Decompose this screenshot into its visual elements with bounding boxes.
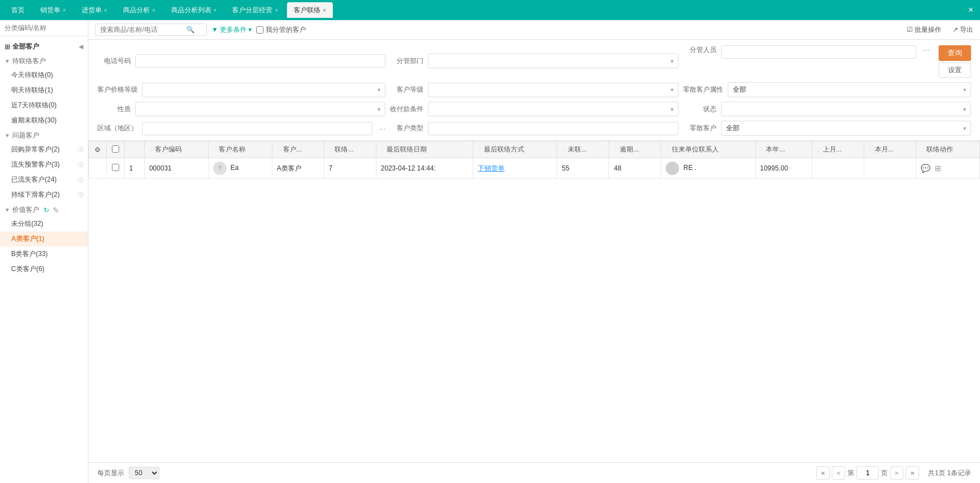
sidebar-search-input[interactable] (4, 24, 88, 32)
collapse-icon[interactable]: ◀ (79, 44, 83, 50)
sidebar-item-tomorrow-label: 明天待联络(1) (11, 86, 53, 95)
th-this-year[interactable]: : 本年... (755, 141, 812, 158)
tab-sales-close[interactable]: × (63, 7, 66, 13)
th-last-contact-date[interactable]: : 最后联络日期 (376, 141, 473, 158)
select-retail-customer[interactable]: 全部 ▾ (721, 121, 971, 136)
select-retail-attr[interactable]: 全部 ▾ (728, 82, 971, 97)
sidebar-item-ungrouped[interactable]: 未分组(32) (0, 216, 88, 231)
td-no-contact: 55 (557, 158, 609, 179)
tab-customer-tier[interactable]: 客户分层经营 × (225, 2, 285, 18)
first-page-button[interactable]: « (816, 466, 830, 480)
tab-customer-contact-close[interactable]: × (323, 7, 326, 13)
th-overdue[interactable]: : 逾期... (609, 141, 661, 158)
th-settings[interactable]: ⚙ (89, 141, 107, 158)
th-contact[interactable]: : 联络... (324, 141, 376, 158)
sidebar-item-tomorrow-contact[interactable]: 明天待联络(1) (0, 83, 88, 98)
row-checkbox[interactable] (112, 164, 119, 171)
th-type[interactable]: : 客户... (272, 141, 324, 158)
tab-goods-list[interactable]: 商品分析列表 × (164, 2, 224, 18)
td-last-method[interactable]: 下销货单 (473, 158, 557, 179)
group-pending-contact[interactable]: ▼ 待联络客户 (0, 54, 88, 68)
dots-region[interactable]: ··· (379, 124, 386, 133)
filter-search-icon[interactable]: 🔍 (186, 26, 195, 34)
th-this-month[interactable]: : 本月... (864, 141, 916, 158)
grid-action-icon[interactable]: ⊞ (935, 164, 941, 173)
tab-goods-analysis-close[interactable]: × (152, 7, 156, 13)
chevron-price: ▾ (378, 87, 380, 93)
th-name[interactable]: : 客户名称 (208, 141, 272, 158)
tab-purchase-close[interactable]: × (104, 7, 107, 13)
tab-customer-contact[interactable]: 客户联络 × (287, 2, 333, 18)
last-method-link[interactable]: 下销货单 (478, 164, 505, 172)
page-label: 第 (847, 468, 854, 478)
select-customer-level[interactable]: ▾ (428, 83, 678, 97)
sidebar-item-b-class[interactable]: B类客户(33) (0, 247, 88, 262)
sidebar-item-7days-contact[interactable]: 近7天待联络(0) (0, 98, 88, 113)
sidebar-item-repurchase-abnormal[interactable]: 回购异常客户(2) ⓘ (0, 142, 88, 157)
select-nature[interactable]: ▾ (135, 102, 385, 116)
sidebar-item-today-contact[interactable]: 今天待联络(0) (0, 68, 88, 83)
tab-home[interactable]: 首页 (4, 2, 31, 18)
th-no-contact[interactable]: : 未联... (557, 141, 609, 158)
chat-icon[interactable]: 💬 (921, 164, 930, 173)
group-problem-customers[interactable]: ▼ 问题客户 (0, 128, 88, 142)
th-last-month[interactable]: : 上月... (812, 141, 864, 158)
edit-icon[interactable]: ✎ (53, 206, 59, 215)
tab-sales[interactable]: 销货单 × (34, 2, 73, 18)
td-checkbox[interactable] (107, 158, 125, 179)
tab-goods-list-close[interactable]: × (214, 7, 217, 13)
sidebar-item-lost-warning[interactable]: 流失预警客户(3) ⓘ (0, 157, 88, 172)
input-customer-type[interactable] (428, 122, 678, 135)
batch-operation-button[interactable]: ☑ 批量操作 (907, 25, 941, 35)
dots-person[interactable]: ··· (923, 45, 930, 54)
select-dept[interactable]: ▾ (428, 54, 678, 68)
page-input[interactable] (856, 466, 879, 480)
export-button[interactable]: ↗ 导出 (953, 25, 973, 35)
per-page-select[interactable]: 50 20 100 (129, 467, 159, 479)
my-customer-label: 我分管的客户 (266, 25, 306, 35)
more-conditions-button[interactable]: ▼ 更多条件 ▾ (211, 25, 252, 35)
th-checkbox[interactable] (107, 141, 125, 158)
tab-goods-analysis[interactable]: 商品分析 × (116, 2, 162, 18)
sidebar-item-overdue-contact[interactable]: 逾期未联络(30) (0, 113, 88, 128)
select-status[interactable]: ▾ (721, 102, 971, 116)
table-header-row: ⚙ : 客户编码 : 客户名称 : 客户... : 联络... : 最后联络日期… (89, 141, 980, 158)
group-value-customers[interactable]: ▼ 价值客户 ↻ ✎ (0, 202, 88, 216)
unit-contact-avatar (666, 162, 679, 175)
sidebar-item-lost-customers[interactable]: 已流失客户(24) ⓘ (0, 172, 88, 187)
tab-customer-tier-close[interactable]: × (275, 7, 278, 13)
filter-search-input[interactable] (100, 26, 184, 34)
close-all-button[interactable]: × (966, 3, 976, 17)
select-price-level[interactable]: ▾ (142, 83, 385, 97)
info-icon-4[interactable]: ⓘ (78, 191, 83, 199)
th-last-contact-method[interactable]: : 最后联络方式 (473, 141, 557, 158)
refresh-icon[interactable]: ↻ (44, 206, 49, 214)
input-phone[interactable] (135, 54, 385, 68)
my-customer-cb-input[interactable] (256, 26, 263, 34)
chevron-dept: ▾ (671, 58, 673, 64)
select-all-checkbox[interactable] (112, 145, 119, 153)
info-icon-3[interactable]: ⓘ (78, 176, 83, 184)
query-button[interactable]: 查询 (939, 45, 971, 61)
next-page-button[interactable]: ＞ (890, 466, 903, 480)
info-icon-1[interactable]: ⓘ (78, 146, 83, 154)
filter-row-2-col-3: 零散客户属性 全部 ▾ (683, 82, 971, 97)
th-code[interactable]: : 客户编码 (144, 141, 208, 158)
select-payment[interactable]: ▾ (428, 102, 678, 116)
tab-purchase[interactable]: 进货单 × (75, 2, 114, 18)
th-contact-action[interactable]: : 联络动作 (916, 141, 979, 158)
my-customer-checkbox[interactable]: 我分管的客户 (256, 25, 306, 35)
th-unit-contact[interactable]: : 往来单位联系人 (661, 141, 755, 158)
input-region[interactable] (142, 122, 373, 135)
input-person[interactable] (721, 45, 917, 59)
info-icon-2[interactable]: ⓘ (78, 161, 83, 169)
last-page-button[interactable]: » (906, 466, 919, 480)
sidebar-item-c-class[interactable]: C类客户(6) (0, 262, 88, 277)
sidebar-item-a-class[interactable]: A类客户(1) (0, 231, 88, 247)
sidebar-item-declining[interactable]: 持续下滑客户(2) ⓘ (0, 187, 88, 202)
td-index: 1 (125, 158, 145, 179)
td-this-year: 10995.00 (755, 158, 812, 179)
all-customers-header[interactable]: ⊞ 全部客户 ◀ (0, 39, 88, 54)
prev-page-button[interactable]: ＜ (832, 466, 845, 480)
settings-button[interactable]: 设置 (939, 63, 971, 78)
